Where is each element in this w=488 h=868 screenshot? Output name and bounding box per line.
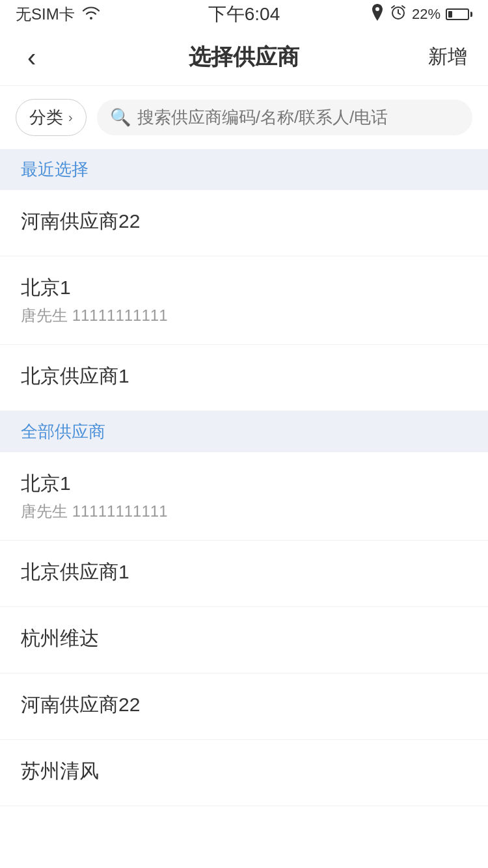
battery-text: 22% [412,6,441,23]
category-button[interactable]: 分类 › [16,99,87,136]
recent-item-2[interactable]: 北京供应商1 [0,345,488,411]
all-section-label: 全部供应商 [21,422,105,441]
page-title: 选择供应商 [189,42,299,72]
recent-item-1[interactable]: 北京1 唐先生 11111111111 [0,256,488,345]
alarm-icon [390,4,407,25]
status-bar: 无SIM卡 下午6:04 22% [0,0,488,29]
recent-item-1-detail: 唐先生 11111111111 [21,305,467,326]
nav-bar: ‹ 选择供应商 新增 [0,29,488,86]
all-items-list: 北京1 唐先生 11111111111 北京供应商1 杭州维达 河南供应商22 … [0,452,488,806]
location-icon [370,3,385,25]
back-button[interactable]: ‹ [21,38,42,77]
all-item-2[interactable]: 杭州维达 [0,607,488,673]
search-box: 🔍 [97,100,472,135]
recent-section-header: 最近选择 [0,149,488,190]
search-icon: 🔍 [110,107,131,128]
filter-bar: 分类 › 🔍 [0,86,488,149]
chevron-right-icon: › [68,110,73,125]
recent-section-label: 最近选择 [21,159,88,179]
all-item-3-name: 河南供应商22 [21,692,467,718]
all-item-1-name: 北京供应商1 [21,559,467,586]
carrier-text: 无SIM卡 [16,4,75,25]
search-input[interactable] [137,107,459,128]
battery-icon [446,8,472,20]
all-item-0[interactable]: 北京1 唐先生 11111111111 [0,452,488,541]
recent-item-0[interactable]: 河南供应商22 [0,190,488,256]
recent-item-0-name: 河南供应商22 [21,208,467,235]
add-button[interactable]: 新增 [428,44,467,70]
status-right: 22% [370,3,472,25]
recent-item-2-name: 北京供应商1 [21,363,467,390]
recent-items-list: 河南供应商22 北京1 唐先生 11111111111 北京供应商1 [0,190,488,411]
all-item-4-name: 苏州清风 [21,758,467,785]
all-item-4[interactable]: 苏州清风 [0,740,488,806]
all-section-header: 全部供应商 [0,411,488,452]
status-left: 无SIM卡 [16,4,101,25]
all-item-3[interactable]: 河南供应商22 [0,673,488,740]
status-time: 下午6:04 [208,2,280,27]
wifi-icon [81,5,101,23]
category-label: 分类 [29,106,63,129]
recent-item-1-name: 北京1 [21,275,467,301]
all-item-0-detail: 唐先生 11111111111 [21,501,467,522]
all-item-0-name: 北京1 [21,470,467,497]
all-item-2-name: 杭州维达 [21,625,467,652]
all-item-1[interactable]: 北京供应商1 [0,541,488,607]
